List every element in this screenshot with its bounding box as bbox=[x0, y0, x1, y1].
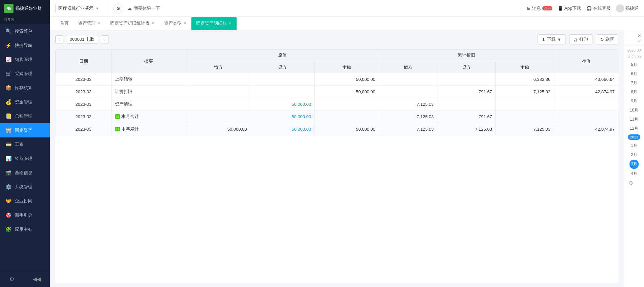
cell-net-value: 42,874.97 bbox=[554, 123, 618, 135]
tab-asset-detail[interactable]: 固定资产明细账✕ bbox=[191, 17, 237, 30]
notifications-label: 消息 bbox=[532, 5, 541, 11]
sidebar-item-finance[interactable]: 💰资金管理 bbox=[0, 95, 50, 109]
download-button[interactable]: 📱 App下载 bbox=[558, 5, 581, 11]
timeline-close-icon[interactable]: ✕ bbox=[637, 33, 644, 38]
purchase-icon: 🛒 bbox=[5, 71, 11, 77]
download-icon: 📱 bbox=[558, 6, 563, 11]
sidebar-item-purchase[interactable]: 🛒采购管理 bbox=[0, 67, 50, 81]
sidebar-item-label: 资金管理 bbox=[15, 99, 32, 105]
settings-bottom-icon[interactable]: ⚙ bbox=[7, 275, 17, 284]
sidebar-item-guide[interactable]: 🎯新手引导 bbox=[0, 208, 50, 222]
cell-yuanzhi-debit bbox=[186, 98, 250, 110]
timeline-month-5月[interactable]: 5月 bbox=[627, 60, 641, 69]
support-button[interactable]: 🎧 在线客服 bbox=[586, 5, 611, 11]
tab-label-asset-type: 资产类型 bbox=[164, 20, 182, 26]
experience-button[interactable]: ☁ 我要体验一下 bbox=[127, 5, 160, 11]
cell-date: 2023-03 bbox=[56, 123, 112, 135]
experience-label: 我要体验一下 bbox=[134, 5, 160, 11]
sidebar-item-ops[interactable]: 📊经营管理 bbox=[0, 152, 50, 166]
timeline-month-2月[interactable]: 2月 bbox=[627, 150, 641, 159]
cell-yuanzhi-credit bbox=[250, 86, 315, 98]
download-button[interactable]: ⬇ 下载 ▼ bbox=[538, 34, 566, 44]
sidebar-item-label: 搜索菜单 bbox=[15, 28, 32, 34]
timeline-month-11月[interactable]: 11月 bbox=[627, 115, 641, 124]
timeline-scroll-down-icon[interactable]: ⊕ bbox=[627, 178, 641, 187]
sidebar-item-label: 总账管理 bbox=[15, 113, 32, 119]
timeline-month-6月[interactable]: 6月 bbox=[627, 69, 641, 78]
timeline-month-8月[interactable]: 8月 bbox=[627, 88, 641, 97]
sidebar-item-basic[interactable]: 🗃️基础信息 bbox=[0, 166, 50, 180]
sidebar-item-fixed[interactable]: 🏢固定资产 bbox=[0, 123, 50, 137]
cell-net-value bbox=[554, 98, 618, 110]
sidebar-item-inventory[interactable]: 📦库存核算 bbox=[0, 81, 50, 95]
timeline-month-12月[interactable]: 12月 bbox=[627, 124, 641, 133]
cell-leiji-balance: 7,125.03 bbox=[496, 86, 554, 98]
timeline-month-1月[interactable]: 1月 bbox=[627, 141, 641, 150]
sidebar-item-search[interactable]: 🔍搜索菜单 bbox=[0, 24, 50, 38]
cell-date: 2023-03 bbox=[56, 110, 112, 123]
timeline-month-4月[interactable]: 4月 bbox=[627, 169, 641, 178]
support-icon: 🎧 bbox=[586, 6, 592, 11]
timeline-expand-icon[interactable]: ⤢ bbox=[638, 38, 644, 43]
cell-leiji-credit: 791.67 bbox=[437, 110, 495, 123]
sidebar-item-ledger[interactable]: 📒总账管理 bbox=[0, 109, 50, 123]
sidebar-item-label: 采购管理 bbox=[15, 71, 32, 77]
topbar-settings-button[interactable]: ⚙ bbox=[113, 3, 123, 13]
notification-icon: 🖥 bbox=[526, 6, 531, 11]
tab-label-depreciation-stats: 固定资产折旧统计表 bbox=[110, 20, 150, 26]
cell-leiji-balance: 7,125.03 bbox=[496, 123, 554, 135]
asset-nav-left: ‹ 000001 电脑 › bbox=[55, 35, 109, 44]
timeline-month-10月[interactable]: 10月 bbox=[627, 106, 641, 115]
sidebar-item-system[interactable]: ⚙️系统管理 bbox=[0, 180, 50, 194]
sidebar-nav: 🔍搜索菜单⚡快捷导航📈销售管理🛒采购管理📦库存核算💰资金管理📒总账管理🏢固定资产… bbox=[0, 24, 50, 271]
cell-yuanzhi-balance: 50,000.00 bbox=[315, 73, 379, 86]
tab-close-asset-mgmt[interactable]: ✕ bbox=[98, 21, 101, 25]
col-group-leiji: 累计折旧 bbox=[379, 50, 554, 61]
tab-asset-type[interactable]: 资产类型✕ bbox=[159, 17, 191, 30]
collapse-icon[interactable]: ◀◀ bbox=[30, 275, 43, 284]
system-icon: ⚙️ bbox=[5, 184, 11, 190]
tab-home[interactable]: 首页 bbox=[55, 17, 73, 30]
sidebar-item-label: 库存核算 bbox=[15, 85, 32, 91]
print-label: 打印 bbox=[579, 36, 588, 42]
sidebar-item-sales[interactable]: 📈销售管理 bbox=[0, 53, 50, 67]
sidebar-item-label: 销售管理 bbox=[15, 57, 32, 63]
col-yuanzhi-balance: 余额 bbox=[315, 61, 379, 73]
sidebar-item-quicknav[interactable]: ⚡快捷导航 bbox=[0, 38, 50, 53]
print-button[interactable]: 🖨 打印 bbox=[569, 34, 592, 44]
asset-next-button[interactable]: › bbox=[101, 35, 109, 43]
notifications-button[interactable]: 🖥 消息 99++ bbox=[526, 5, 552, 11]
refresh-label: 刷新 bbox=[605, 36, 614, 42]
sidebar-item-wages[interactable]: 💳工资 bbox=[0, 137, 50, 152]
table-row: 2023-03 上期结转 50,000.00 6,333.36 43,666.6… bbox=[56, 73, 618, 86]
timeline-month-7月[interactable]: 7月 bbox=[627, 78, 641, 88]
cell-yuanzhi-debit bbox=[186, 110, 250, 123]
user-menu[interactable]: 畅捷通 bbox=[616, 4, 639, 12]
timeline-month-3月[interactable]: 3月 bbox=[630, 160, 639, 169]
timeline-year-badge[interactable]: 2023 bbox=[628, 134, 640, 140]
tab-close-asset-type[interactable]: ✕ bbox=[184, 21, 187, 25]
tab-depreciation-stats[interactable]: 固定资产折旧统计表✕ bbox=[105, 17, 159, 30]
col-yuanzhi-debit: 借方 bbox=[186, 61, 250, 73]
tab-close-asset-detail[interactable]: ✕ bbox=[229, 21, 232, 25]
tab-asset-mgmt[interactable]: 资产管理✕ bbox=[73, 17, 105, 30]
col-leiji-credit: 贷方 bbox=[437, 61, 495, 73]
asset-prev-button[interactable]: ‹ bbox=[55, 35, 63, 43]
cell-leiji-credit: 7,125.03 bbox=[437, 123, 495, 135]
cell-yuanzhi-debit bbox=[186, 73, 250, 86]
timeline-month-9月[interactable]: 9月 bbox=[627, 97, 641, 106]
company-selector[interactable]: 医疗器械行业演示 ▼ bbox=[55, 4, 109, 13]
basic-icon: 🗃️ bbox=[5, 170, 11, 176]
tab-bar: 首页资产管理✕固定资产折旧统计表✕资产类型✕固定资产明细账✕ bbox=[50, 17, 644, 30]
download-arrow-icon: ▼ bbox=[557, 37, 561, 42]
cell-yuanzhi-debit: 50,000.00 bbox=[186, 123, 250, 135]
refresh-button[interactable]: ↻ 刷新 bbox=[596, 34, 618, 44]
sidebar-item-collab[interactable]: 🤝企业协同 bbox=[0, 194, 50, 208]
cell-desc: □本年累计 bbox=[112, 123, 186, 135]
table-row: 2023-03 资产清理 50,000.00 7,125.03 bbox=[56, 98, 618, 110]
sidebar-item-apps[interactable]: 🧩应用中心 bbox=[0, 222, 50, 236]
col-desc: 摘要 bbox=[112, 50, 186, 73]
tab-close-depreciation-stats[interactable]: ✕ bbox=[152, 21, 155, 25]
cell-net-value bbox=[554, 110, 618, 123]
cell-leiji-credit bbox=[437, 73, 495, 86]
